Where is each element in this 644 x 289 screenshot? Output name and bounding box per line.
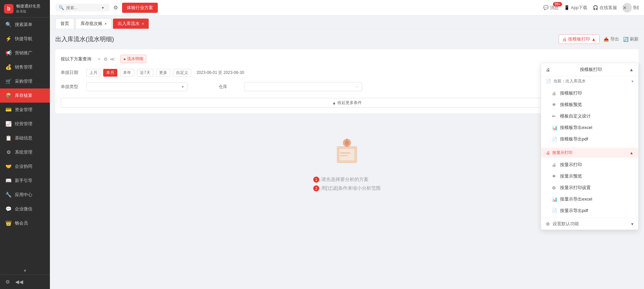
tab-stock-flow-close[interactable]: ×: [142, 22, 144, 26]
collapse-icon[interactable]: ◀◀: [15, 279, 23, 285]
tab-home-label: 首页: [60, 21, 69, 27]
sidebar-item-6[interactable]: 💳资金管理: [0, 103, 50, 117]
tab-stock-flow[interactable]: 出入库流水 ×: [113, 19, 148, 29]
sidebar-item-icon-13: 💬: [5, 206, 11, 212]
sidebar-item-8[interactable]: 📋基础信息: [0, 131, 50, 145]
pdf-disp-label: 按显示导出pdf: [560, 208, 588, 214]
sidebar-item-13[interactable]: 💬企业微信: [0, 202, 50, 216]
sidebar-item-12[interactable]: 🔧应用中心: [0, 188, 50, 202]
sidebar-item-icon-12: 🔧: [5, 192, 11, 198]
sidebar-item-label-9: 系统管理: [15, 149, 32, 155]
date-more-btn[interactable]: 更多: [156, 69, 170, 77]
footer-icon: ⚙: [546, 221, 550, 227]
search-input[interactable]: [66, 5, 100, 10]
print-tmpl-label: 按模板打印: [560, 90, 582, 96]
dropdown-preview-template[interactable]: 👁 按模板预览: [541, 99, 638, 110]
hint-item-1: 1 请先选择要分析的方案: [313, 177, 381, 183]
export-btn[interactable]: 📤 导出: [604, 36, 619, 42]
message-btn[interactable]: 💬 消息 99+: [543, 5, 559, 11]
sidebar-scroll-down[interactable]: ▼: [23, 268, 27, 273]
print-template-btn[interactable]: 🖨 按模板打印 ▲: [559, 34, 599, 44]
dropdown-print-display[interactable]: 🖨 按显示打印: [541, 159, 638, 170]
sidebar-item-label-12: 应用中心: [15, 192, 32, 198]
dropdown-header-arrow[interactable]: ▲: [629, 67, 634, 72]
topbar-search-box[interactable]: 🔍 ▾: [55, 4, 109, 11]
sidebar-item-11[interactable]: 📖新手引导: [0, 174, 50, 188]
sidebar-item-4[interactable]: 🛒采购管理: [0, 74, 50, 88]
sidebar-item-14[interactable]: 👑畅会员: [0, 216, 50, 230]
date-last-7days-btn[interactable]: 近7天: [137, 69, 153, 77]
logo-text: 畅捷通好生意 标准版: [16, 3, 40, 14]
window-controls: ✕ ⛶: [617, 0, 644, 16]
filter-tag-dot: ●: [123, 57, 126, 61]
settings-icon[interactable]: ⚙: [5, 279, 10, 285]
sidebar-item-icon-2: 📢: [5, 50, 11, 56]
search-dropdown-arrow[interactable]: ▾: [102, 5, 104, 10]
sidebar-item-icon-9: ⚙: [5, 149, 11, 155]
filter-collapse-icon[interactable]: ≪: [110, 56, 115, 62]
close-window-btn[interactable]: ✕: [620, 3, 630, 13]
app-logo: b 畅捷通好生意 标准版: [0, 0, 50, 18]
dropdown-print-settings-display[interactable]: ⚙ 按显示打印设置: [541, 182, 638, 193]
dropdown-export-excel-display[interactable]: 📊 按显示导出excel: [541, 193, 638, 205]
dropdown-print-template[interactable]: 🖨 按模板打印: [541, 87, 638, 99]
dropdown-export-pdf-template[interactable]: 📄 按模板导出pdf: [541, 133, 638, 145]
current-template-arrow[interactable]: ▾: [632, 79, 634, 84]
preview-tmpl-label: 按模板预览: [560, 102, 582, 108]
pdf-tmpl-label: 按模板导出pdf: [560, 136, 588, 142]
dropdown-export-pdf-display[interactable]: 📄 按显示导出pdf: [541, 205, 638, 216]
template-icon: 📄: [546, 79, 551, 84]
sidebar-item-label-13: 企业微信: [15, 206, 32, 212]
excel-disp-label: 按显示导出excel: [560, 196, 592, 202]
message-badge: 99+: [553, 2, 562, 6]
sidebar-item-3[interactable]: 💰销售管理: [0, 60, 50, 74]
display-section-icon: 🖨: [546, 150, 550, 155]
sidebar-item-icon-8: 📋: [5, 135, 11, 141]
filter-main-label: 按以下方案查询: [61, 56, 91, 62]
filter-settings-icon[interactable]: ⚙: [104, 56, 108, 62]
add-filter-icon[interactable]: ＋: [97, 56, 101, 62]
voucher-type-select[interactable]: ▾: [86, 82, 187, 91]
sidebar-item-icon-3: 💰: [5, 64, 11, 70]
hint-text-2: 用[过滤]条件来缩小分析范围: [321, 185, 381, 191]
tab-home[interactable]: 首页: [55, 18, 74, 29]
warehouse-select[interactable]: ···: [244, 82, 362, 91]
tab-inventory-batch[interactable]: 库存批次账 ×: [76, 18, 112, 29]
date-last-month-btn[interactable]: 上月: [86, 69, 100, 77]
collapse-label: 收起更多条件: [338, 100, 362, 106]
custom-tmpl-icon: ✏: [552, 114, 557, 119]
refresh-btn[interactable]: 🔄 刷新: [623, 36, 639, 42]
online-service-btn[interactable]: 🎧 在线客服: [593, 5, 617, 11]
content-tabs: 首页 库存批次账 × 出入库流水 × ✕ ⛶: [50, 16, 644, 29]
date-current-month-btn[interactable]: 本月: [103, 69, 117, 77]
company-name: 畅捷通好生意: [16, 3, 40, 9]
sidebar-item-label-3: 销售管理: [15, 64, 32, 70]
sidebar-item-label-2: 营销推广: [15, 50, 32, 56]
topbar-settings-icon[interactable]: ⚙: [113, 4, 118, 11]
sidebar-item-2[interactable]: 📢营销推广: [0, 46, 50, 60]
sidebar-item-7[interactable]: 📈经营管理: [0, 117, 50, 131]
dropdown-footer[interactable]: ⚙ 设置默认功能 ▾: [541, 218, 638, 230]
sidebar-item-label-11: 新手引导: [15, 178, 32, 184]
warehouse-more-icon[interactable]: ···: [355, 84, 358, 89]
dropdown-preview-display[interactable]: 👁 按显示预览: [541, 170, 638, 182]
sidebar-item-9[interactable]: ⚙系统管理: [0, 145, 50, 159]
sidebar-item-1[interactable]: ⚡快捷导航: [0, 32, 50, 46]
sidebar-item-5[interactable]: 📦库存核算: [0, 88, 50, 103]
display-section-arrow[interactable]: ▲: [630, 151, 634, 155]
sidebar-item-icon-4: 🛒: [5, 78, 11, 84]
app-download-btn[interactable]: 📱 App下载: [564, 5, 587, 11]
trial-btn[interactable]: 体验行业方案: [122, 3, 158, 13]
sidebar-item-icon-14: 👑: [5, 220, 11, 226]
tab-inventory-batch-close[interactable]: ×: [105, 22, 107, 26]
dropdown-section-display: 🖨 按显示打印 👁 按显示预览 ⚙ 按显示打印设置 📊 按显示导出excel: [541, 158, 638, 218]
date-current-year-btn[interactable]: 本年: [120, 69, 134, 77]
dropdown-export-excel-template[interactable]: 📊 按模板导出excel: [541, 122, 638, 133]
date-custom-btn[interactable]: 自定义: [173, 69, 191, 77]
maximize-window-btn[interactable]: ⛶: [631, 3, 641, 13]
page-actions: 🖨 按模板打印 ▲ 📤 导出 🔄 刷新: [559, 34, 639, 44]
sidebar-item-10[interactable]: 🤝企业协同: [0, 159, 50, 174]
page-titlebar: 出入库流水(流水明细) 🖨 按模板打印 ▲ 📤 导出 🔄 刷新: [55, 34, 639, 44]
sidebar-item-0[interactable]: 🔍搜索菜单: [0, 18, 50, 32]
dropdown-custom-template[interactable]: ✏ 模板自定义设计: [541, 110, 638, 122]
